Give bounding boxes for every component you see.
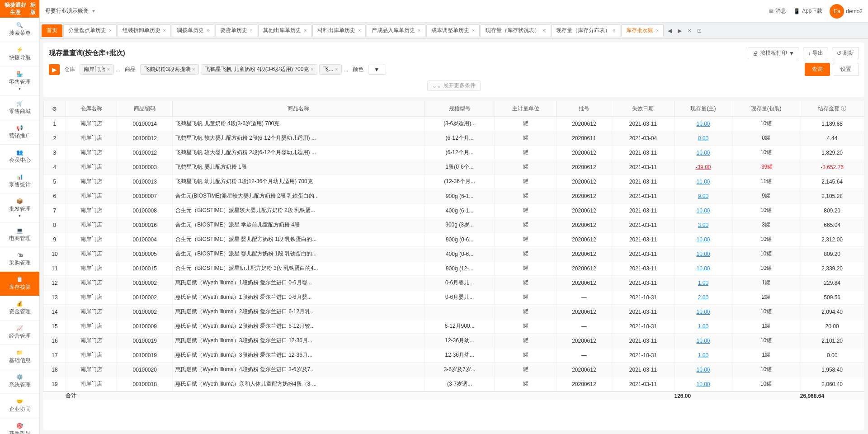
row-qty-main[interactable]: 2.00 [674, 290, 732, 305]
search-button[interactable]: 查询 [805, 63, 830, 76]
row-qty-main[interactable]: 10.00 [674, 146, 732, 160]
row-qty-main[interactable]: 10.00 [674, 261, 732, 276]
sidebar-item-企业协同[interactable]: 🤝企业协同 [0, 394, 39, 418]
remove-tag-icon[interactable]: × [335, 67, 338, 72]
sidebar-item-营销推广[interactable]: 📢营销推广 [0, 120, 39, 145]
account-selector[interactable]: 母婴行业演示账套 ▼ [45, 7, 96, 15]
sidebar-item-经营管理[interactable]: 📈经营管理 [0, 321, 39, 345]
tab-assembly[interactable]: 组装拆卸单历史 × [118, 24, 171, 37]
product-tag-2[interactable]: 飞鹤星飞帆 儿童奶粉 4段(3-6岁适用) 700克 × [201, 64, 317, 75]
table-row: 15 南岸门店 00100009 惠氏启赋（Wyeth illuma）2段奶粉 … [44, 319, 864, 334]
row-spec: (3-6岁适用)... [424, 117, 495, 131]
user-menu[interactable]: Ea demo2 [830, 4, 863, 19]
row-qty-main[interactable]: 9.00 [674, 189, 732, 203]
sidebar-item-快捷导航[interactable]: ⚡快捷导航 [0, 42, 39, 66]
table-wrapper[interactable]: ⚙ 仓库名称 商品编码 商品名称 规格型号 主计量单位 批号 失效日期 现存量(… [43, 101, 864, 430]
tab-home[interactable]: 首页 [42, 24, 62, 37]
message-btn[interactable]: ✉ 消息 [769, 7, 786, 15]
tab-cost-adjust[interactable]: 成本调整单历史 × [426, 24, 480, 37]
export-button[interactable]: ↓ 导出 [803, 47, 828, 59]
row-qty-pkg: 10罐 [732, 247, 800, 261]
tab-close-icon[interactable]: × [613, 28, 616, 33]
product-more[interactable]: ... [344, 66, 348, 73]
row-qty-main[interactable]: 1.00 [674, 319, 732, 334]
remove-tag-icon[interactable]: × [107, 67, 110, 72]
sidebar-item-零售商城[interactable]: 🛒零售商城 [0, 96, 39, 120]
tab-product-in[interactable]: 产成品入库单历史 × [367, 24, 425, 37]
tab-close-icon[interactable]: × [304, 28, 307, 33]
warehouse-tag[interactable]: 南岸门店 × [80, 64, 114, 75]
row-qty-main[interactable]: 10.00 [674, 232, 732, 247]
product-tag-1[interactable]: 飞鹤奶粉3段两提装 × [140, 64, 199, 75]
tab-close-icon[interactable]: × [163, 28, 166, 33]
tab-maximize-btn[interactable]: ⊡ [695, 24, 704, 37]
row-qty-main[interactable]: 10.00 [674, 305, 732, 319]
tab-stock-status[interactable]: 现存量（库存状况表） × [481, 24, 550, 37]
sidebar-item-新手引导[interactable]: 🎯新手引导 [0, 418, 39, 434]
tab-close-icon[interactable]: × [656, 28, 659, 33]
sidebar-item-资金管理[interactable]: 💰资金管理 [0, 296, 39, 321]
tab-stock-dist[interactable]: 现存量（库存分布表） × [551, 24, 621, 37]
col-settings[interactable]: ⚙ [44, 101, 66, 117]
sidebar-item-电商管理[interactable]: 💻电商管理 [0, 223, 39, 247]
sidebar-item-系统管理[interactable]: ⚙️系统管理 [0, 369, 39, 394]
tab-close-icon[interactable]: × [109, 28, 112, 33]
row-qty-main[interactable]: 10.00 [674, 117, 732, 131]
tab-inventory-split[interactable]: 分量盘点单历史 × [63, 24, 117, 37]
tab-close-icon[interactable]: × [250, 28, 253, 33]
tab-requisition[interactable]: 要货单历史 × [215, 24, 258, 37]
row-qty-main[interactable]: 3.00 [674, 218, 732, 232]
col-qty-pkg: 现存量(包装) [732, 101, 800, 117]
sidebar-item-搜索菜单[interactable]: 🔍搜索菜单 [0, 18, 39, 42]
row-qty-main[interactable]: 10.00 [674, 363, 732, 377]
tab-other-out[interactable]: 其他出库单历史 × [258, 24, 311, 37]
settings-button[interactable]: 设置 [833, 63, 859, 76]
tab-prev-btn[interactable]: ◀ [665, 24, 674, 37]
tab-close-icon[interactable]: × [472, 28, 475, 33]
row-warehouse: 南岸门店 [66, 261, 117, 276]
row-name: 飞鹤星飞帆 较大婴儿配方奶粉 2段(6-12个月婴幼儿适用) ... [173, 146, 425, 160]
row-qty-main[interactable]: 1.00 [674, 276, 732, 290]
tab-close-all-btn[interactable]: × [685, 24, 694, 37]
row-qty-main[interactable]: 1.00 [674, 348, 732, 363]
warehouse-more[interactable]: ... [116, 66, 120, 73]
refresh-icon: ↺ [837, 50, 841, 57]
tab-close-icon[interactable]: × [542, 28, 545, 33]
tab-close-icon[interactable]: × [207, 28, 209, 33]
color-dropdown[interactable]: ▼ [368, 65, 386, 75]
product-tag-3[interactable]: 飞... × [319, 64, 342, 75]
tab-stock-batch[interactable]: 库存批次账 × [621, 24, 664, 37]
row-qty-main[interactable]: 10.00 [674, 203, 732, 218]
row-qty-main[interactable]: 10.00 [674, 247, 732, 261]
sidebar-item-批发管理[interactable]: 📦批发管理▼ [0, 193, 39, 223]
row-qty-main[interactable]: 11.00 [674, 175, 732, 189]
template-print-button[interactable]: 🖨 按模板打印 ▼ [748, 47, 799, 59]
row-expire: 2021-03-11 [612, 146, 674, 160]
row-qty-main[interactable]: -39.00 [674, 160, 732, 175]
footer-label: 合计 [66, 392, 674, 400]
tab-material-out[interactable]: 材料出库单历史 × [312, 24, 366, 37]
remove-tag-icon[interactable]: × [311, 67, 313, 72]
tab-close-icon[interactable]: × [418, 28, 420, 33]
sidebar-item-采购管理[interactable]: 🛍采购管理 [0, 247, 39, 272]
row-qty-main[interactable]: 10.00 [674, 377, 732, 392]
tab-next-btn[interactable]: ▶ [675, 24, 684, 37]
app-download-btn[interactable]: 📱 App下载 [793, 7, 822, 15]
sidebar-item-库存核算[interactable]: 📋库存核算 [0, 272, 39, 296]
page-title: 现存量查询(按仓库+批次) [49, 49, 125, 57]
tab-close-icon[interactable]: × [358, 28, 361, 33]
row-qty-main[interactable]: 0.00 [674, 131, 732, 146]
filter-expand-button[interactable]: ▶ [49, 64, 60, 75]
row-expire: 2021-03-04 [612, 131, 674, 146]
expand-more-button[interactable]: ⌄⌄ 展开更多条件 [427, 80, 481, 91]
sidebar-item-零售管理[interactable]: 🏪零售管理▼ [0, 66, 39, 96]
remove-tag-icon[interactable]: × [193, 67, 195, 72]
sidebar-item-零售统计[interactable]: 📊零售统计 [0, 169, 39, 193]
sidebar-item-基础信息[interactable]: 📁基础信息 [0, 345, 39, 369]
row-unit: 罐 [495, 276, 556, 290]
table-row: 4 南岸门店 00100003 飞鹤星飞帆 婴儿配方奶粉 1段 1段(0-6个.… [44, 160, 864, 175]
tab-transfer[interactable]: 调拨单历史 × [172, 24, 214, 37]
refresh-button[interactable]: ↺ 刷新 [832, 47, 859, 59]
sidebar-item-会员中心[interactable]: 👥会员中心 [0, 145, 39, 169]
row-qty-main[interactable]: 10.00 [674, 334, 732, 348]
